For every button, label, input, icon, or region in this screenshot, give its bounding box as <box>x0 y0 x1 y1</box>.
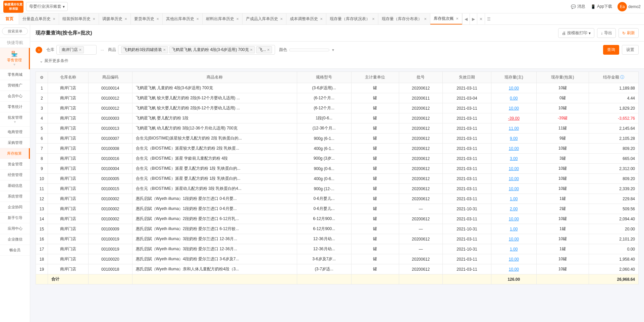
row-qty-main[interactable]: 3.00 <box>491 154 536 164</box>
logo-text: 畅捷通好生意 <box>4 2 22 7</box>
row-qty-main[interactable]: 10.00 <box>491 184 536 194</box>
row-code: 00100008 <box>89 144 132 154</box>
messages-button[interactable]: 💬 消息 <box>571 4 585 9</box>
row-qty-main[interactable]: 1.00 <box>491 224 536 234</box>
tab-home-label: 首页 <box>5 16 13 22</box>
tab-yaohuo-close[interactable]: ✕ <box>156 17 159 21</box>
row-qty-main[interactable]: 11.00 <box>491 123 536 133</box>
sidebar-item-purchase[interactable]: 采购管理 <box>0 138 30 148</box>
table-row: 9南岸门店00100004合生元（BIOSTIME）派星 婴儿配方奶粉 1段 乳… <box>36 164 639 174</box>
tab-home[interactable]: 首页 <box>0 13 19 24</box>
export-button[interactable]: ↓ 导出 <box>597 28 616 38</box>
sidebar-item-basic[interactable]: 基础信息 <box>0 180 30 191</box>
row-qty-main[interactable]: 10.00 <box>491 254 536 264</box>
sidebar-item-vip[interactable]: 畅会员 <box>0 245 30 256</box>
row-qty-main[interactable]: 1.00 <box>491 244 536 254</box>
sidebar-search-input[interactable] <box>2 28 28 35</box>
th-settings[interactable]: ⚙ <box>36 72 48 83</box>
expand-filter-button[interactable]: › <box>36 47 42 53</box>
tab-zuzhuang-close[interactable]: ✕ <box>93 17 95 21</box>
tab-cailiao[interactable]: 材料出库单历史 ✕ <box>203 13 243 24</box>
user-menu[interactable]: Ea demo2 <box>618 2 641 11</box>
row-no: 1 <box>36 83 48 93</box>
row-qty-main[interactable]: 10.00 <box>491 144 536 154</box>
expand-more-row[interactable]: ⌄ 展开更多条件 <box>36 57 639 65</box>
sidebar-item-member[interactable]: 会员中心 <box>0 91 30 102</box>
row-qty-main[interactable]: 10.00 <box>491 264 536 274</box>
row-qty-main[interactable]: 9.00 <box>491 133 536 144</box>
row-qty-main[interactable]: -39.00 <box>491 113 536 123</box>
row-code: 00100014 <box>89 83 132 93</box>
print-button[interactable]: 🖨 按模板打印 ▾ <box>558 28 594 38</box>
color-filter-tags[interactable] <box>289 49 329 51</box>
query-button[interactable]: 查询 <box>603 45 619 55</box>
tab-chengben-close[interactable]: ✕ <box>320 17 323 21</box>
sidebar-item-business[interactable]: 经营管理 <box>0 170 30 180</box>
tab-nav-menu[interactable]: ☰ <box>485 13 493 24</box>
tab-qita-close[interactable]: ✕ <box>196 17 199 21</box>
product-tag-2-close[interactable]: ✕ <box>250 48 253 52</box>
tab-yaohuo[interactable]: 要货单历史 ✕ <box>131 13 163 24</box>
row-code: 00100015 <box>89 184 132 194</box>
settings-button[interactable]: 设置 <box>622 45 639 55</box>
tab-chanpin-close[interactable]: ✕ <box>280 17 283 21</box>
tab-diaob[interactable]: 调拨单历史 ✕ <box>99 13 131 24</box>
row-expire: 2021-03-11 <box>443 103 491 113</box>
tab-close-current[interactable]: ✕ <box>477 13 485 24</box>
row-qty-main[interactable]: 1.00 <box>491 194 536 204</box>
tab-diaob-close[interactable]: ✕ <box>124 17 127 21</box>
tab-chengben-label: 成本调整单历史 <box>290 16 318 22</box>
tab-qita[interactable]: 其他出库单历史 ✕ <box>163 13 203 24</box>
row-qty-main[interactable]: 10.00 <box>491 234 536 244</box>
row-batch: — <box>399 204 442 214</box>
tab-cailiao-close[interactable]: ✕ <box>236 17 239 21</box>
sidebar-item-finance[interactable]: 资金管理 <box>0 159 30 170</box>
tab-xianzun-fenbu[interactable]: 现存量（库存分布表） ✕ <box>378 13 430 24</box>
workspace-selector[interactable]: 母婴行业演示账套 ▾ <box>26 2 68 11</box>
product-tag-3-close[interactable]: ✕ <box>267 48 270 52</box>
tab-fenpan-close[interactable]: ✕ <box>53 17 55 21</box>
row-name: 惠氏启賦（Wyeth illuma）2段奶粉 爱尔兰进口 6-12月乳... <box>132 214 297 224</box>
tab-zuzhuang[interactable]: 组装拆卸单历史 ✕ <box>59 13 99 24</box>
tab-chengben[interactable]: 成本调整单历史 ✕ <box>286 13 326 24</box>
tab-kucun-pici-close[interactable]: ✕ <box>456 17 459 20</box>
tab-fenpan[interactable]: 分量盘点单历史 ✕ <box>19 13 59 24</box>
tab-xianzun-fenbu-close[interactable]: ✕ <box>424 17 427 21</box>
sidebar-item-apps[interactable]: 应用中心 <box>0 223 30 234</box>
row-qty-main[interactable]: 10.00 <box>491 214 536 224</box>
row-qty-main[interactable]: 10.00 <box>491 174 536 184</box>
sidebar-item-marketing[interactable]: 营销推广 <box>0 80 30 91</box>
row-qty-main[interactable]: 10.00 <box>491 164 536 174</box>
warehouse-filter-tags[interactable]: 南岸门店 ✕ <box>56 45 97 55</box>
tab-xianzun-kuang[interactable]: 现存量（库存状况表） ✕ <box>326 13 378 24</box>
tab-nav-right[interactable]: ▶ <box>470 13 477 24</box>
tab-xianzun-kuang-close[interactable]: ✕ <box>372 17 375 21</box>
tab-nav-left[interactable]: ◀ <box>462 13 470 24</box>
row-qty-main[interactable]: 2.00 <box>491 204 536 214</box>
sidebar-item-enterprise[interactable]: 企业协同 <box>0 202 30 213</box>
sidebar-item-retail-mgmt[interactable]: 🏪 零售管理 ▼ <box>0 48 30 69</box>
tab-chanpin[interactable]: 产成品入库单历史 ✕ <box>243 13 286 24</box>
tab-kucun-pici[interactable]: 库存批次账 ✕ <box>430 13 462 24</box>
app-download-button[interactable]: 📱 App下载 <box>591 4 612 9</box>
warehouse-tag-close[interactable]: ✕ <box>79 48 82 52</box>
sidebar-item-wechat[interactable]: 企业微信 <box>0 234 30 245</box>
sidebar-item-retail-stats[interactable]: 零售统计 <box>0 102 30 112</box>
row-qty-main[interactable]: 0.00 <box>491 93 536 103</box>
product-tag-1-close[interactable]: ✕ <box>163 48 166 52</box>
top-right-actions: 💬 消息 📱 App下载 Ea demo2 <box>571 2 641 11</box>
row-qty-main[interactable]: 10.00 <box>491 83 536 93</box>
sidebar-item-system[interactable]: 系统管理 <box>0 191 30 202</box>
refresh-button[interactable]: ↻ 刷新 <box>619 28 639 38</box>
row-qty-main[interactable]: 10.00 <box>491 103 536 113</box>
row-batch: — <box>399 224 442 234</box>
sidebar-item-guide[interactable]: 新手引导 <box>0 213 30 223</box>
sidebar-item-retail-mall[interactable]: 零售商城 <box>0 69 30 80</box>
row-batch: 20200612 <box>399 164 442 174</box>
sidebar-item-ecommerce[interactable]: 电商管理 <box>0 127 30 138</box>
product-filter-label: 商品 <box>108 47 116 53</box>
summary-empty7 <box>443 274 491 284</box>
product-filter-tags[interactable]: 飞鹤奶粉3段四罐搭装 ✕ 飞鹤星飞帆 儿童奶粉 4段(3-6岁适用) 700克 … <box>118 45 275 55</box>
sidebar-item-inventory[interactable]: 库存核算 <box>0 148 30 159</box>
sidebar-item-wholesale[interactable]: 批发管理 ▼ <box>0 112 30 127</box>
